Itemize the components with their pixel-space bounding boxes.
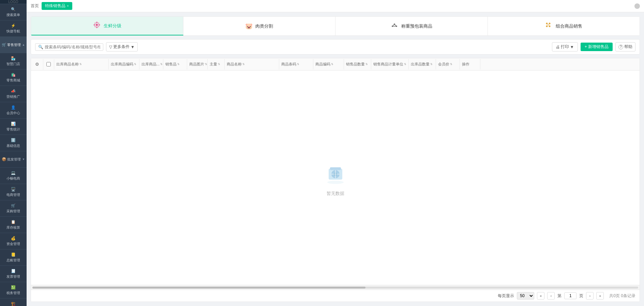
tab-close-icon[interactable]: × [67, 4, 69, 8]
sidebar-item-ecom-mgmt[interactable]: 🖥️ 电商管理 [0, 184, 27, 200]
purchase-mgmt-icon: 🛒 [11, 203, 16, 208]
sidebar-item-inventory[interactable]: 📋 库存核算 [0, 217, 27, 233]
th-out-spec-sort[interactable]: ⇅ [160, 63, 163, 66]
quick-nav-icon: ⚡ [11, 23, 16, 28]
mini-ecom-icon: 💻 [11, 170, 16, 175]
next-page-button[interactable]: › [586, 292, 594, 300]
th-out-name-sort[interactable]: ⇅ [79, 63, 82, 66]
sidebar-item-tax-mgmt[interactable]: 💹 税务管理 [0, 282, 27, 299]
th-goods-name-sort[interactable]: ⇅ [242, 63, 245, 66]
tab-meat-split[interactable]: 🐷 肉类分割 [183, 17, 336, 35]
th-goods-code-sort[interactable]: ⇅ [331, 63, 333, 66]
th-sale-goods-sort[interactable]: ⇅ [177, 63, 180, 66]
help-button[interactable]: ? 帮助 [615, 42, 635, 51]
empty-state: 暂无数据 [31, 71, 640, 285]
fresh-grade-icon [93, 21, 101, 31]
ecom-mgmt-icon: 🖥️ [11, 187, 16, 192]
th-member-price: 会员价 ⇅ [436, 59, 460, 70]
basic-info-icon: ℹ️ [11, 138, 16, 143]
sidebar-item-quick-nav[interactable]: ⚡ 快捷导航 [0, 20, 27, 37]
svg-point-6 [98, 22, 99, 24]
th-barcode-sort[interactable]: ⇅ [297, 63, 299, 66]
sidebar-item-retail-mall[interactable]: 🛍️ 零售商城 [0, 70, 27, 86]
last-page-button[interactable]: » [596, 292, 604, 300]
sidebar-item-capital-mgmt[interactable]: 💰 资金管理 [0, 233, 27, 249]
th-main-sort[interactable]: ⇅ [218, 63, 220, 66]
sidebar-item-marketing[interactable]: 📣 营销推广 [0, 86, 27, 102]
fixed-assets-icon: 🏗️ [11, 301, 16, 306]
svg-point-17 [546, 26, 548, 27]
active-tab[interactable]: 特殊销售品 × [42, 2, 72, 10]
select-all-checkbox[interactable] [46, 62, 51, 66]
search-input[interactable] [45, 45, 100, 49]
sidebar-item-member-center[interactable]: 👤 会员中心 [0, 102, 27, 119]
sidebar-item-general-ledger[interactable]: 📒 总账管理 [0, 249, 27, 266]
retail-mgmt-icon: 🛒 [2, 42, 6, 47]
filter-icon: ▽ [109, 45, 112, 49]
scrollbar-track[interactable] [32, 287, 638, 289]
th-sale-goods: 销售品 ⇅ [163, 59, 187, 70]
sidebar-item-smart-store[interactable]: 🏪 智慧门店 [0, 53, 27, 70]
svg-point-2 [96, 27, 98, 28]
sidebar-item-basic-info[interactable]: ℹ️ 基础信息 [0, 135, 27, 151]
retail-stats-icon: 📊 [11, 121, 16, 126]
svg-point-18 [549, 26, 551, 27]
home-link[interactable]: 首页 [31, 3, 39, 9]
th-sale-qty: 销售品数量 ⇅ [344, 59, 371, 70]
th-img-sort[interactable]: ⇅ [205, 63, 207, 66]
general-ledger-icon: 📒 [11, 252, 16, 257]
tab-fresh-grade[interactable]: 生鲜分级 [31, 17, 183, 35]
th-img: 商品图片 ⇅ [187, 59, 208, 70]
horizontal-scrollbar[interactable] [31, 285, 640, 290]
svg-point-19 [548, 24, 549, 26]
svg-point-3 [93, 24, 95, 26]
main-content: 首页 特殊销售品 × [27, 0, 644, 306]
th-settings[interactable]: ⚙ [31, 59, 43, 70]
data-table: ⚙ 出库商品名称 ⇅ 出库商品编码 ⇅ 出库商品... ⇅ [31, 58, 640, 302]
new-product-button[interactable]: + 新增销售品 [581, 43, 613, 51]
sidebar-item-retail-stats[interactable]: 📊 零售统计 [0, 119, 27, 135]
sidebar-item-mini-ecom[interactable]: 💻 小畅电商 [0, 168, 27, 184]
empty-illustration [322, 159, 349, 186]
th-out-spec: 出库商品... ⇅ [139, 59, 163, 70]
topbar: 首页 特殊销售品 × [27, 0, 644, 12]
svg-line-13 [394, 24, 396, 26]
member-center-icon: 👤 [11, 105, 16, 110]
table-header: ⚙ 出库商品名称 ⇅ 出库商品编码 ⇅ 出库商品... ⇅ [31, 58, 640, 71]
th-checkbox[interactable] [43, 59, 54, 69]
tab-weight-pkg[interactable]: 称重预包装商品 [335, 17, 488, 35]
tab-combo-sale[interactable]: 组合商品销售 [488, 17, 640, 35]
first-page-button[interactable]: « [537, 292, 544, 300]
th-member-price-sort[interactable]: ⇅ [450, 63, 452, 66]
page-number-input[interactable] [564, 292, 576, 299]
search-menu-icon: 🔍 [11, 7, 16, 12]
svg-point-16 [549, 23, 551, 25]
per-page-select[interactable]: 50 10 20 100 [517, 292, 534, 300]
th-out-qty-sort[interactable]: ⇅ [430, 63, 433, 66]
search-box[interactable]: 🔍 [35, 43, 103, 51]
svg-point-0 [96, 24, 98, 26]
sidebar-item-batch-mgmt[interactable]: 📦 批发管理 ▼ [0, 151, 27, 168]
content-area: 生鲜分级 🐷 肉类分割 称重预包装商品 [27, 12, 644, 306]
toolbar: 🔍 ▽ 更多条件 ▼ 🖨 打印 ▼ + 新增销售品 ? 帮助 [31, 39, 640, 55]
tab-meat-split-label: 肉类分割 [255, 23, 273, 29]
sidebar-item-purchase-mgmt[interactable]: 🛒 采购管理 [0, 200, 27, 217]
sidebar-item-search-menu[interactable]: 🔍 搜索菜单 [0, 4, 27, 20]
scrollbar-thumb[interactable] [32, 287, 365, 289]
svg-point-20 [327, 181, 344, 184]
sidebar-item-fixed-assets[interactable]: 🏗️ 固定资产 [0, 299, 27, 306]
sidebar-item-retail-mgmt[interactable]: 🛒 零售管理 ▲ [0, 37, 27, 53]
th-sale-qty-sort[interactable]: ⇅ [365, 63, 368, 66]
th-sale-unit-sort[interactable]: ⇅ [404, 63, 406, 66]
active-tab-label: 特殊销售品 [45, 3, 65, 9]
print-button[interactable]: 🖨 打印 ▼ [552, 42, 578, 51]
sidebar: LOGO 🔍 搜索菜单 ⚡ 快捷导航 🛒 零售管理 ▲ 🏪 智慧门店 🛍️ 零售… [0, 0, 27, 306]
th-out-code-sort[interactable]: ⇅ [134, 63, 136, 66]
th-op: 操作 [460, 59, 480, 70]
combo-sale-icon [545, 21, 553, 31]
svg-line-12 [392, 24, 394, 26]
topbar-toggle[interactable] [634, 3, 640, 9]
filter-button[interactable]: ▽ 更多条件 ▼ [106, 42, 138, 51]
sidebar-item-invoice-mgmt[interactable]: 🧾 发票管理 [0, 266, 27, 282]
prev-page-button[interactable]: ‹ [547, 292, 555, 300]
